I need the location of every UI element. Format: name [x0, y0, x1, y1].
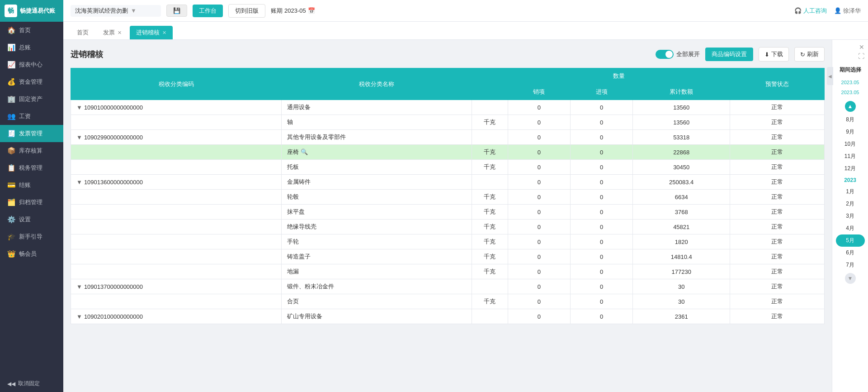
th-total: 累计数额: [633, 84, 730, 100]
period-item-2023-05-top[interactable]: 2023.05: [836, 77, 865, 87]
period-item-4[interactable]: 4月: [836, 222, 865, 234]
tab-reconcile[interactable]: 进销稽核 ✕: [130, 26, 173, 39]
settings-icon: ⚙️: [7, 215, 15, 224]
td-xiao: 0: [508, 145, 570, 160]
td-status: 正常: [730, 175, 825, 190]
search-icon[interactable]: 🔍: [301, 148, 308, 155]
sidebar-item-ledger[interactable]: 📊 总账: [0, 39, 63, 56]
toggle-switch[interactable]: [656, 50, 674, 59]
logo-icon: 畅: [5, 5, 17, 17]
td-total: 45821: [633, 220, 730, 234]
expand-icon[interactable]: ▼: [76, 283, 82, 290]
expand-icon[interactable]: ▼: [76, 134, 82, 141]
topbar: 沈海英测试经营勿删 ▼ 💾 工作台 切到旧版 账期 2023-05 📅 🎧 人工…: [63, 0, 868, 22]
download-button[interactable]: ⬇ 下载: [759, 47, 789, 62]
period-scroll-up-button[interactable]: ▲: [845, 101, 856, 112]
archive-icon: 🗂️: [7, 198, 15, 206]
user-menu[interactable]: 👤 徐泽华: [834, 7, 861, 15]
expand-icon[interactable]: ▼: [76, 104, 82, 111]
sidebar-item-payroll[interactable]: 👥 工资: [0, 108, 63, 125]
main-area: 沈海英测试经营勿删 ▼ 💾 工作台 切到旧版 账期 2023-05 📅 🎧 人工…: [63, 0, 868, 392]
table-header-row-1: 税收分类编码 税收分类名称 数量 预警状态: [71, 68, 825, 84]
td-code: [71, 190, 282, 205]
td-unit: 千克: [472, 205, 508, 220]
td-total: 53318: [633, 130, 730, 145]
sidebar-item-vip[interactable]: 👑 畅会员: [0, 245, 63, 263]
user-icon: 👤: [834, 7, 841, 14]
td-unit: 千克: [472, 115, 508, 130]
table-row: 合页 千克 0 0 30 正常: [71, 294, 825, 309]
sidebar-item-inventory[interactable]: 📦 库存核算: [0, 142, 63, 159]
td-jin: 0: [571, 190, 633, 205]
period-item-9[interactable]: 9月: [836, 126, 865, 138]
sidebar-item-guide[interactable]: 🎓 新手引导: [0, 228, 63, 245]
period-item-2023-05-top2[interactable]: 2023.05: [836, 87, 865, 97]
table-row: 轮毂 千克 0 0 6634 正常: [71, 190, 825, 205]
refresh-button[interactable]: ↻ 刷新: [794, 47, 825, 62]
tab-invoice[interactable]: 发票 ✕: [97, 26, 128, 39]
td-name: 矿山专用设备: [282, 309, 472, 324]
invoice-icon: 🧾: [7, 129, 15, 138]
period-item-12[interactable]: 12月: [836, 163, 865, 175]
tab-invoice-close[interactable]: ✕: [118, 30, 122, 36]
td-unit: 千克: [472, 264, 508, 279]
td-name: 手轮: [282, 234, 472, 249]
sidebar-item-reports[interactable]: 📈 报表中心: [0, 56, 63, 73]
td-unit: 千克: [472, 190, 508, 205]
sidebar-item-label: 新手引导: [19, 233, 42, 241]
td-xiao: 0: [508, 249, 570, 264]
page-actions: 全部展开 商品编码设置 ⬇ 下载 ↻ 刷新: [656, 47, 825, 62]
td-name: 座椅 🔍: [282, 145, 472, 160]
period-item-11[interactable]: 11月: [836, 150, 865, 163]
product-code-button[interactable]: 商品编码设置: [705, 48, 753, 61]
reports-icon: 📈: [7, 61, 15, 69]
table-row: 绝缘导线壳 千克 0 0 45821 正常: [71, 220, 825, 234]
period-item-3[interactable]: 3月: [836, 210, 865, 222]
sidebar-item-assets[interactable]: 🏢 固定资产: [0, 91, 63, 108]
td-total: 3768: [633, 205, 730, 220]
td-status: 正常: [730, 234, 825, 249]
sidebar-item-home[interactable]: 🏠 首页: [0, 22, 63, 39]
service-button[interactable]: 🎧 人工咨询: [794, 7, 827, 15]
period-item-8[interactable]: 8月: [836, 114, 865, 126]
panel-close-button[interactable]: ✕: [859, 43, 864, 51]
panel-collapse-button[interactable]: ◀: [827, 67, 833, 85]
sidebar-item-settle[interactable]: 💳 结账: [0, 177, 63, 194]
sidebar-item-settings[interactable]: ⚙️ 设置: [0, 211, 63, 228]
oldver-button[interactable]: 切到旧版: [228, 4, 265, 18]
tab-reconcile-label: 进销稽核: [136, 29, 160, 37]
sidebar-item-invoice[interactable]: 🧾 发票管理: [0, 125, 63, 142]
td-code: ▼109010000000000000: [71, 100, 282, 115]
tab-home[interactable]: 首页: [71, 26, 95, 39]
download-icon: ⬇: [764, 51, 769, 58]
company-selector[interactable]: 沈海英测试经营勿删 ▼: [71, 5, 161, 17]
save-button[interactable]: 💾: [166, 5, 187, 17]
period-item-year-2023: 2023: [836, 175, 865, 186]
refresh-label: 刷新: [807, 50, 819, 58]
sidebar-item-funds[interactable]: 💰 资金管理: [0, 73, 63, 91]
tab-reconcile-close[interactable]: ✕: [162, 30, 166, 36]
sidebar-unpin[interactable]: ◀◀ 取消固定: [0, 375, 63, 392]
td-name: 合页: [282, 294, 472, 309]
sidebar-item-tax[interactable]: 📋 税务管理: [0, 159, 63, 177]
panel-expand-button[interactable]: ⛶: [858, 53, 864, 60]
td-name: 托板: [282, 160, 472, 175]
period-label: 账期: [271, 7, 283, 15]
td-name: 绝缘导线壳: [282, 220, 472, 234]
period-item-1[interactable]: 1月: [836, 186, 865, 198]
sidebar-item-archive[interactable]: 🗂️ 归档管理: [0, 194, 63, 211]
period-item-10[interactable]: 10月: [836, 138, 865, 150]
expand-icon[interactable]: ▼: [76, 179, 82, 186]
calendar-icon[interactable]: 📅: [308, 7, 315, 14]
period-item-7[interactable]: 7月: [836, 259, 865, 271]
period-item-6[interactable]: 6月: [836, 247, 865, 259]
period-item-5[interactable]: 5月: [836, 234, 865, 247]
expand-icon[interactable]: ▼: [76, 313, 82, 320]
sidebar-item-label: 首页: [19, 26, 31, 34]
workbench-button[interactable]: 工作台: [193, 5, 223, 17]
period-scroll-down-button[interactable]: ▼: [845, 273, 856, 284]
td-status: 正常: [730, 205, 825, 220]
td-unit: [472, 309, 508, 324]
sidebar-item-label: 畅会员: [19, 250, 37, 258]
period-item-2[interactable]: 2月: [836, 198, 865, 210]
